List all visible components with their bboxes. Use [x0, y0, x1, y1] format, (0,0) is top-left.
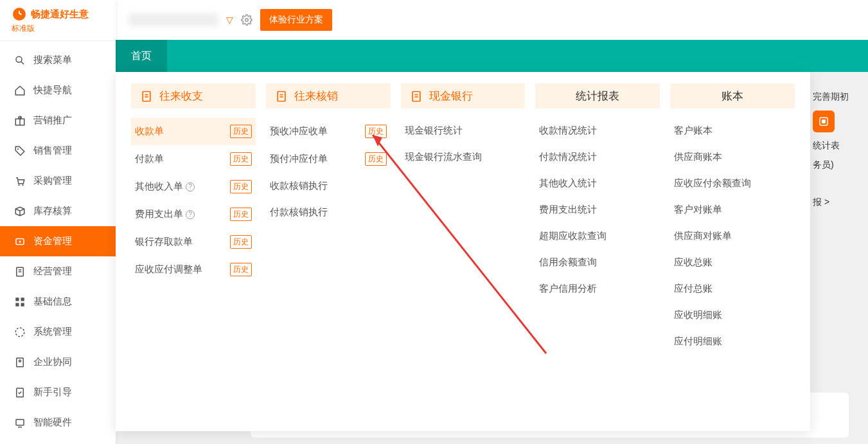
right-strip-badge-icon[interactable] — [813, 111, 835, 132]
history-badge[interactable]: 历史 — [230, 208, 252, 221]
nav-label: 采购管理 — [33, 175, 72, 187]
guide-icon — [14, 387, 26, 398]
mega-item-label: 应付明细账 — [674, 335, 722, 348]
svg-point-6 — [22, 184, 23, 185]
history-badge[interactable]: 历史 — [230, 235, 252, 249]
doc-icon — [410, 90, 423, 103]
nav-label: 营销推广 — [33, 114, 72, 127]
nav-item-hw[interactable]: 智能硬件 — [0, 407, 116, 438]
mega-menu-item[interactable]: 收款单历史 — [131, 118, 256, 145]
experience-plan-button[interactable]: 体验行业方案 — [260, 9, 332, 31]
nav-item-grid[interactable]: 基础信息 — [0, 287, 116, 317]
mega-menu-item[interactable]: 付款情况统计 — [535, 144, 660, 170]
mega-menu-item[interactable]: 客户账本 — [670, 118, 795, 144]
mega-menu-item[interactable]: 其他收入统计 — [535, 170, 660, 197]
mega-menu-item[interactable]: 供应商对账单 — [670, 223, 795, 249]
mega-menu-item[interactable]: 现金银行流水查询 — [401, 144, 526, 170]
mega-item-label: 客户对账单 — [674, 204, 722, 216]
nav-item-gift[interactable]: 营销推广 — [0, 105, 116, 136]
team-icon — [14, 357, 26, 368]
mega-menu-item[interactable]: 费用支出统计 — [535, 197, 660, 223]
svg-rect-35 — [822, 120, 826, 123]
mega-menu-item[interactable]: 客户对账单 — [670, 197, 795, 223]
history-badge[interactable]: 历史 — [365, 125, 387, 138]
right-strip: 完善期初 统计表 务员) 报 > — [810, 72, 868, 227]
mega-menu-item[interactable]: 付款单历史 — [131, 145, 256, 173]
mega-column: 账本客户账本供应商账本应收应付余额查询客户对账单供应商对账单应收总账应付总账应收… — [670, 84, 795, 420]
mega-menu-item[interactable]: 收款核销执行 — [266, 173, 391, 199]
mega-menu-item[interactable]: 应付总账 — [670, 276, 795, 302]
svg-point-4 — [17, 148, 19, 149]
mega-item-label: 超期应收款查询 — [539, 230, 607, 242]
mega-menu-item[interactable]: 预收冲应收单历史 — [266, 118, 391, 145]
hw-icon — [14, 417, 26, 429]
mega-item-label: 其他收入统计 — [539, 177, 597, 190]
svg-line-1 — [21, 62, 24, 64]
box-icon — [14, 206, 26, 217]
mega-menu-item[interactable]: 应收应付调整单历史 — [131, 256, 256, 283]
right-strip-text: 完善期初 — [813, 91, 865, 103]
mega-menu-item[interactable]: 超期应收款查询 — [535, 223, 660, 249]
help-icon[interactable]: ? — [186, 210, 195, 219]
svg-point-22 — [245, 19, 249, 22]
tab-home[interactable]: 首页 — [116, 40, 167, 72]
mega-menu-item[interactable]: 应收应付余额查询 — [670, 170, 795, 197]
nav-item-doc[interactable]: 经营管理 — [0, 256, 116, 287]
org-dropdown-caret[interactable]: ▽ — [226, 15, 233, 25]
gear-icon[interactable] — [241, 14, 252, 26]
history-badge[interactable]: 历史 — [230, 263, 252, 276]
mega-menu-item[interactable]: 应收总账 — [670, 249, 795, 276]
mega-menu-item[interactable]: 其他收入单?历史 — [131, 173, 256, 200]
doc-icon — [140, 90, 153, 103]
mega-column-header: 往来核销 — [266, 84, 391, 109]
mega-item-label: 其他收入单? — [135, 181, 195, 193]
nav-label: 智能硬件 — [33, 416, 72, 429]
mega-menu-item[interactable]: 银行存取款单历史 — [131, 228, 256, 256]
nav-item-team[interactable]: 企业协同 — [0, 347, 116, 377]
nav-item-tag[interactable]: 销售管理 — [0, 136, 116, 166]
nav-item-home[interactable]: 快捷导航 — [0, 75, 116, 105]
mega-menu-item[interactable]: 供应商账本 — [670, 144, 795, 170]
nav-label: 销售管理 — [33, 145, 72, 157]
mega-menu-item[interactable]: 预付冲应付单历史 — [266, 145, 391, 173]
nav-label: 系统管理 — [33, 326, 72, 338]
help-icon[interactable]: ? — [186, 182, 195, 191]
nav-label: 搜索菜单 — [33, 54, 72, 66]
mega-menu-item[interactable]: 收款情况统计 — [535, 118, 660, 144]
mega-item-label: 收款情况统计 — [539, 125, 597, 137]
nav-item-sys[interactable]: 系统管理 — [0, 317, 116, 347]
nav-label: 库存核算 — [33, 205, 72, 217]
nav-item-cart[interactable]: 采购管理 — [0, 166, 116, 196]
history-badge[interactable]: 历史 — [230, 125, 252, 138]
nav-item-box[interactable]: 库存核算 — [0, 196, 116, 226]
nav-list: 搜索菜单快捷导航营销推广销售管理采购管理库存核算资金管理经营管理基础信息系统管理… — [0, 41, 116, 444]
mega-menu-item[interactable]: 付款核销执行 — [266, 199, 391, 226]
mega-menu-item[interactable]: 客户信用分析 — [535, 276, 660, 302]
mega-item-label: 供应商对账单 — [674, 230, 732, 242]
history-badge[interactable]: 历史 — [230, 152, 252, 166]
mega-menu-item[interactable]: 应收明细账 — [670, 302, 795, 328]
mega-menu-item[interactable]: 应付明细账 — [670, 328, 795, 355]
mega-menu-item[interactable]: 费用支出单?历史 — [131, 200, 256, 228]
mega-item-label: 应收明细账 — [674, 309, 722, 321]
doc-icon — [14, 266, 26, 278]
main-area: ▽ 体验行业方案 首页 往来收支收款单历史付款单历史其他收入单?历史费用支出单?… — [116, 0, 868, 444]
mega-item-label: 现金银行流水查询 — [405, 151, 482, 163]
mega-menu-item[interactable]: 现金银行统计 — [401, 118, 526, 144]
sys-icon — [14, 326, 26, 338]
tag-icon — [14, 145, 26, 157]
nav-item-search[interactable]: 搜索菜单 — [0, 45, 116, 75]
history-badge[interactable]: 历史 — [365, 152, 387, 166]
nav-item-guide[interactable]: 新手引导 — [0, 377, 116, 407]
svg-rect-15 — [21, 303, 24, 306]
sidebar: 畅捷通好生意 标准版 搜索菜单快捷导航营销推广销售管理采购管理库存核算资金管理经… — [0, 0, 116, 444]
logo-area: 畅捷通好生意 标准版 — [0, 0, 116, 41]
home-icon — [14, 85, 26, 96]
mega-menu: 往来收支收款单历史付款单历史其他收入单?历史费用支出单?历史银行存取款单历史应收… — [116, 72, 810, 431]
mega-menu-item[interactable]: 信用余额查询 — [535, 249, 660, 276]
nav-item-money[interactable]: 资金管理 — [0, 226, 116, 256]
right-strip-text[interactable]: 报 > — [813, 197, 865, 208]
nav-label: 新手引导 — [33, 386, 72, 398]
history-badge[interactable]: 历史 — [230, 180, 252, 193]
mega-item-label: 供应商账本 — [674, 151, 722, 163]
